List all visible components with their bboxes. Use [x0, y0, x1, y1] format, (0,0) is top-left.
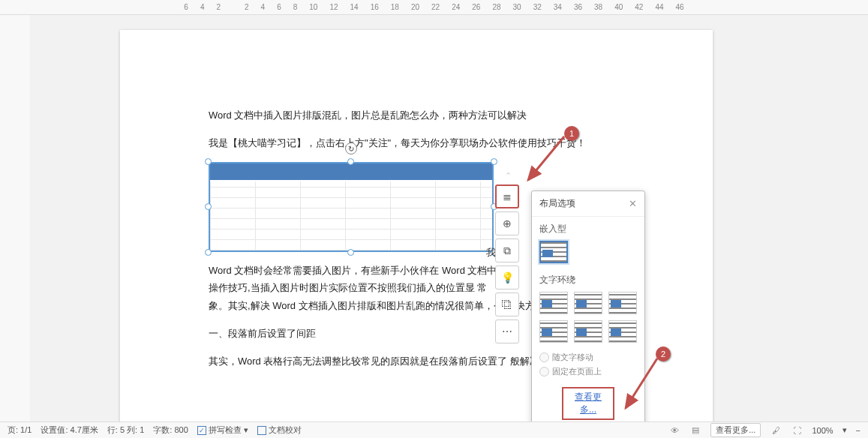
- wrap-topbottom-thumb[interactable]: [539, 320, 568, 343]
- crop-icon: ⧉: [503, 244, 511, 257]
- lightbulb-icon: 💡: [501, 272, 514, 284]
- resize-handle-tl[interactable]: [205, 158, 212, 165]
- spell-check-toggle[interactable]: ✓拼写检查 ▾: [197, 424, 248, 436]
- more-button[interactable]: ⋯: [495, 320, 519, 344]
- status-word-count[interactable]: 字数: 800: [153, 424, 188, 436]
- fit-page-icon[interactable]: ⛶: [791, 424, 803, 436]
- resize-handle-bm[interactable]: [347, 249, 354, 256]
- paragraph-1: Word 文档中插入图片排版混乱，图片总是乱跑怎么办，两种方法可以解决: [209, 106, 629, 124]
- more-icon: ⋯: [502, 326, 512, 338]
- section-inline-label: 嵌入型: [532, 217, 644, 238]
- document-proof-button[interactable]: 文档校对: [257, 424, 302, 436]
- close-icon[interactable]: ✕: [629, 198, 637, 209]
- wrap-front-thumb[interactable]: [608, 320, 637, 343]
- reading-layout-icon[interactable]: ▤: [689, 424, 701, 436]
- see-more-link[interactable]: 查看更多...: [562, 387, 614, 420]
- zoom-button[interactable]: ⊕: [495, 212, 519, 236]
- status-line-col[interactable]: 行: 5 列: 1: [107, 424, 145, 436]
- selected-image[interactable]: ↻: [209, 162, 494, 252]
- magnifier-icon: ⊕: [503, 218, 512, 230]
- wrap-tight-thumb[interactable]: [574, 292, 602, 314]
- status-page[interactable]: 页: 1/1: [8, 424, 32, 436]
- layout-options-panel: 布局选项 ✕ 嵌入型 文字环绕 随文字移动 固定在页面上 查看更多...: [531, 190, 645, 427]
- image-content: [209, 162, 494, 252]
- wrap-inline-thumb[interactable]: [539, 241, 568, 263]
- wrap-behind-thumb[interactable]: [574, 320, 602, 343]
- fix-on-page-radio[interactable]: 固定在页面上: [539, 366, 637, 377]
- section-wrap-label: 文字环绕: [532, 268, 644, 290]
- status-setvalue[interactable]: 设置值: 4.7厘米: [41, 424, 98, 436]
- crop-button[interactable]: ⧉: [495, 238, 519, 262]
- layout-icon: ≣: [503, 190, 512, 202]
- see-more-box[interactable]: 查看更多...: [710, 423, 761, 437]
- resize-handle-ml[interactable]: [205, 203, 212, 210]
- status-bar: 页: 1/1 设置值: 4.7厘米 行: 5 列: 1 字数: 800 ✓拼写检…: [0, 422, 868, 438]
- wrap-through-thumb[interactable]: [608, 292, 637, 314]
- callout-marker-1: 1: [564, 126, 579, 141]
- copy-icon: ⿻: [502, 298, 512, 310]
- zoom-level[interactable]: 100%: [812, 426, 833, 435]
- wrap-square-thumb[interactable]: [539, 292, 568, 314]
- collapse-caret-icon[interactable]: ⌃: [495, 171, 521, 182]
- view-mode-icon[interactable]: 👁: [668, 424, 680, 436]
- idea-button[interactable]: 💡: [495, 266, 519, 290]
- resize-handle-tr[interactable]: [491, 158, 497, 165]
- resize-handle-bl[interactable]: [205, 249, 212, 256]
- copy-button[interactable]: ⿻: [495, 292, 519, 316]
- brush-icon[interactable]: 🖋: [770, 424, 782, 436]
- panel-title: 布局选项: [539, 197, 575, 210]
- image-side-toolbar: ⌃ ≣ ⊕ ⧉ 💡 ⿻ ⋯: [495, 171, 521, 344]
- resize-handle-tm[interactable]: [347, 158, 354, 165]
- vertical-ruler[interactable]: [0, 15, 30, 423]
- horizontal-ruler[interactable]: 6422468101214161820222426283032343638404…: [0, 0, 868, 15]
- chevron-down-icon: ▾: [244, 425, 248, 435]
- move-with-text-radio[interactable]: 随文字移动: [539, 352, 637, 363]
- layout-options-button[interactable]: ≣: [495, 184, 519, 208]
- rotate-handle[interactable]: ↻: [345, 142, 357, 154]
- callout-marker-2: 2: [656, 346, 671, 362]
- zoom-out-button[interactable]: −: [856, 426, 860, 435]
- chevron-down-icon[interactable]: ▾: [842, 425, 847, 435]
